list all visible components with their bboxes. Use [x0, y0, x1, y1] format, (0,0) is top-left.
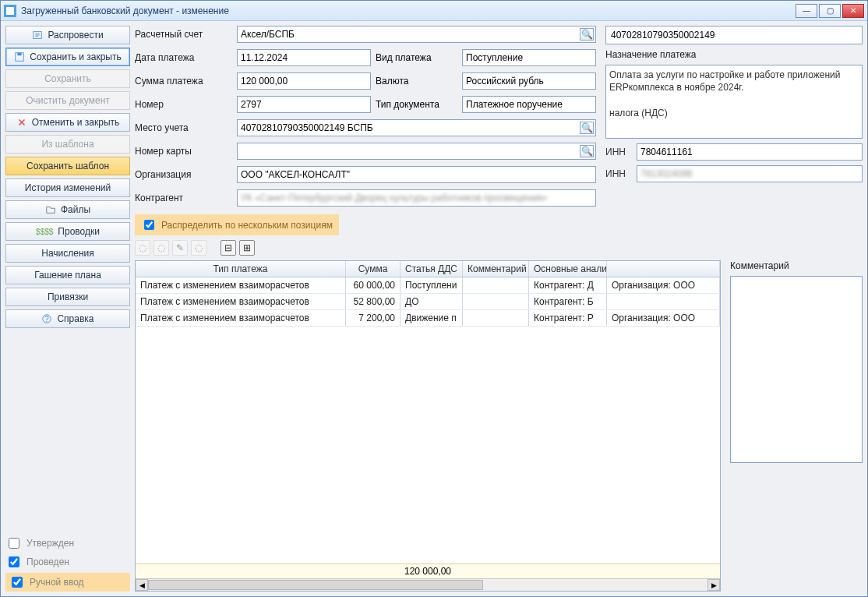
delete-row-icon[interactable]: ◌ [191, 240, 206, 256]
inn-org-input[interactable]: 7804611161 [637, 143, 863, 161]
kind-label: Вид платежа [376, 52, 457, 63]
save-template-button[interactable]: Сохранить шаблон [5, 157, 130, 175]
scroll-right-icon[interactable]: ▶ [707, 579, 720, 591]
help-button[interactable]: ?Справка [5, 309, 130, 328]
card-input[interactable]: 🔍 [237, 143, 596, 160]
grid-total: 120 000,00 [136, 563, 720, 578]
scroll-thumb[interactable] [148, 580, 483, 590]
inn-label: ИНН [605, 147, 630, 157]
table-row[interactable]: Платеж с изменением взаиморасчетов 52 80… [136, 294, 720, 310]
card-label: Номер карты [135, 143, 232, 160]
col-sum[interactable]: Сумма [346, 261, 400, 277]
counterparty-input[interactable]: УК «Санкт-Петербургский Дворец культуры … [237, 189, 596, 207]
edit-row-icon[interactable]: ✎ [172, 240, 188, 256]
titlebar: Загруженный банковский документ - измене… [1, 1, 867, 21]
date-label: Дата платежа [135, 49, 232, 66]
comments-textarea[interactable] [730, 276, 863, 463]
minimize-button[interactable]: — [796, 4, 817, 18]
post-button[interactable]: Распровести [5, 26, 130, 44]
counterparty-label: Контрагент [135, 189, 232, 207]
history-button[interactable]: История изменений [5, 178, 130, 197]
grid-toolbar: ◌ ◌ ✎ ◌ ⊟ ⊞ [135, 240, 863, 256]
scroll-left-icon[interactable]: ◀ [136, 579, 148, 591]
account-number-display: 40702810790350002149 [605, 26, 863, 44]
horizontal-scrollbar[interactable]: ◀ ▶ [136, 578, 720, 591]
files-button[interactable]: Файлы [5, 200, 130, 219]
account-input[interactable]: Аксел/БСПБ🔍 [237, 26, 596, 43]
comments-label: Комментарий [730, 260, 863, 271]
copy-row-icon[interactable]: ◌ [153, 240, 169, 256]
account-label: Расчетный счет [135, 26, 232, 43]
collapse-icon[interactable]: ⊟ [221, 240, 236, 256]
number-label: Номер [135, 96, 232, 113]
distribute-checkbox[interactable]: Распределить по нескольким позициям [135, 214, 339, 235]
bindings-button[interactable]: Привязки [5, 288, 130, 306]
purpose-textarea[interactable]: Оплата за услуги по настройке и работе п… [605, 65, 863, 139]
maximize-button[interactable]: ▢ [819, 4, 841, 18]
place-label: Место учета [135, 119, 232, 136]
search-icon[interactable]: 🔍 [580, 145, 594, 157]
from-template-button: Из шаблона [5, 135, 130, 154]
app-icon [4, 5, 16, 17]
main: Расчетный счет Аксел/БСПБ🔍 Дата платежа … [135, 26, 863, 592]
purpose-label: Назначение платежа [605, 49, 863, 60]
expand-icon[interactable]: ⊞ [239, 240, 255, 256]
plan-pay-button[interactable]: Гашение плана [5, 266, 130, 284]
grid-header: Тип платежа Сумма Статья ДДС Комментарий… [136, 261, 720, 277]
doctype-label: Тип документа [376, 99, 457, 110]
clear-document-button: Очистить документ [5, 91, 130, 110]
window-title: Загруженный банковский документ - измене… [21, 5, 796, 16]
form-right: 40702810790350002149 Назначение платежа … [605, 26, 863, 182]
sidebar: Распровести Сохранить и закрыть Сохранит… [5, 26, 130, 592]
search-icon[interactable]: 🔍 [580, 28, 594, 41]
inn-counterparty-input[interactable]: 7813024086 [637, 165, 863, 182]
manual-input-checkbox[interactable]: Ручной ввод [5, 573, 130, 592]
col-type[interactable]: Тип платежа [136, 261, 346, 277]
col-dds[interactable]: Статья ДДС [400, 261, 463, 277]
svg-rect-2 [18, 53, 22, 56]
col-analytics[interactable]: Основные аналити [529, 261, 607, 277]
cancel-and-close-button[interactable]: Отменить и закрыть [5, 113, 130, 132]
body: Распровести Сохранить и закрыть Сохранит… [1, 21, 867, 596]
sum-input[interactable]: 120 000,00 [237, 72, 371, 90]
form-left: Расчетный счет Аксел/БСПБ🔍 Дата платежа … [135, 26, 596, 235]
place-input[interactable]: 40702810790350002149 БСПБ🔍 [237, 119, 596, 136]
sum-label: Сумма платежа [135, 72, 232, 90]
close-button[interactable]: ✕ [842, 4, 864, 18]
number-input[interactable]: 2797 [237, 96, 371, 113]
kind-input[interactable]: Поступление [462, 49, 596, 66]
inn-label: ИНН [605, 168, 630, 179]
posted-checkbox[interactable]: Проведен [5, 554, 130, 570]
payments-grid[interactable]: Тип платежа Сумма Статья ДДС Комментарий… [135, 260, 721, 592]
entries-button[interactable]: $$$$Проводки [5, 222, 130, 241]
org-label: Организация [135, 166, 232, 183]
approved-checkbox[interactable]: Утвержден [5, 535, 130, 551]
currency-input[interactable]: Российский рубль [462, 72, 596, 90]
save-and-close-button[interactable]: Сохранить и закрыть [5, 48, 130, 66]
date-input[interactable]: 11.12.2024 [237, 49, 371, 66]
app-window: Загруженный банковский документ - измене… [0, 0, 868, 597]
search-icon[interactable]: 🔍 [580, 122, 594, 134]
comments-panel: Комментарий [730, 260, 863, 592]
accruals-button[interactable]: Начисления [5, 244, 130, 263]
col-extra[interactable] [607, 261, 720, 277]
currency-label: Валюта [376, 76, 457, 87]
table-row[interactable]: Платеж с изменением взаиморасчетов 60 00… [136, 277, 720, 294]
grid-body[interactable]: Платеж с изменением взаиморасчетов 60 00… [136, 277, 720, 563]
add-row-icon[interactable]: ◌ [135, 240, 150, 256]
save-button: Сохранить [5, 69, 130, 88]
org-input[interactable]: ООО "АКСЕЛ-КОНСАЛТ" [237, 166, 596, 183]
svg-text:?: ? [45, 314, 50, 323]
doctype-input[interactable]: Платежное поручение [462, 96, 596, 113]
table-row[interactable]: Платеж с изменением взаиморасчетов 7 200… [136, 310, 720, 327]
col-comment[interactable]: Комментарий [463, 261, 529, 277]
